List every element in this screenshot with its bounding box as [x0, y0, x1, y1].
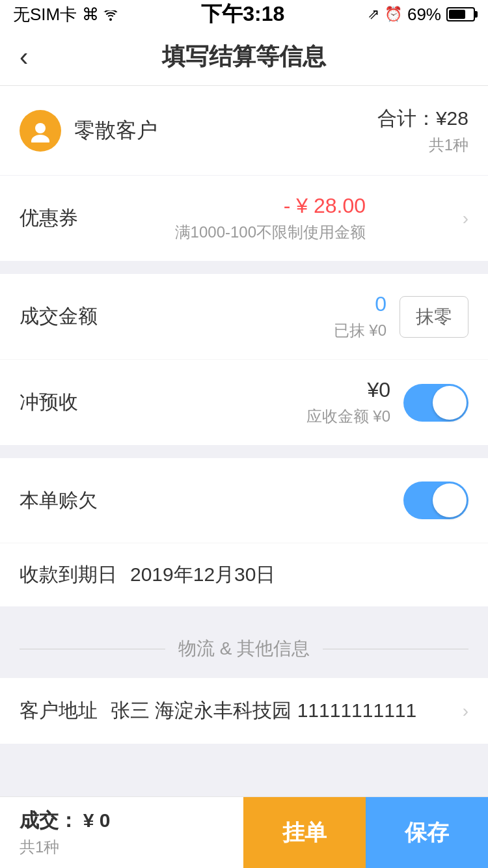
hold-button[interactable]: 挂单 — [243, 797, 366, 869]
bottom-summary-top: 成交： ¥ 0 — [20, 807, 224, 834]
no-sim-text: 无SIM卡 — [13, 3, 77, 26]
credit-toggle[interactable] — [403, 481, 468, 519]
credit-toggle-knob — [433, 483, 467, 517]
credit-section: 本单赊欠 收款到期日 2019年12月30日 — [0, 458, 488, 606]
customer-avatar — [20, 110, 61, 152]
duedate-value: 2019年12月30日 — [130, 562, 275, 588]
bottom-summary: 成交： ¥ 0 共1种 — [0, 807, 243, 858]
coupon-label: 优惠券 — [20, 205, 78, 232]
svg-point-1 — [31, 135, 49, 142]
duedate-row: 收款到期日 2019年12月30日 — [0, 543, 488, 606]
bottom-summary-count: 共1种 — [20, 837, 224, 858]
save-button[interactable]: 保存 — [366, 797, 488, 869]
svg-point-0 — [35, 123, 46, 133]
bottom-summary-value: ¥ 0 — [83, 809, 111, 831]
customer-left: 零散客户 — [20, 110, 157, 152]
alarm-icon: ⏰ — [385, 6, 402, 23]
location-icon: ⇗ — [368, 6, 379, 23]
prepay-toggle[interactable] — [403, 384, 468, 422]
amount-label: 成交金额 — [20, 303, 98, 330]
prepay-label: 冲预收 — [20, 389, 78, 416]
status-right: ⇗ ⏰ 69% — [368, 5, 475, 25]
bottom-summary-label: 成交： — [20, 809, 78, 831]
address-value: 张三 海淀永丰科技园 11111111111 — [111, 698, 463, 724]
status-bar: 无SIM卡 ⌘ 下午3:18 ⇗ ⏰ 69% — [0, 0, 488, 29]
prepay-row: 冲预收 ¥0 应收金额 ¥0 — [0, 360, 488, 445]
battery-icon — [446, 7, 475, 21]
amount-row: 成交金额 0 已抹 ¥0 抹零 — [0, 274, 488, 360]
duedate-label: 收款到期日 — [20, 562, 117, 588]
wifi-icon: ⌘ — [82, 5, 118, 25]
address-section: 客户地址 张三 海淀永丰科技园 11111111111 › — [0, 678, 488, 744]
amount-right: 0 已抹 ¥0 抹零 — [334, 292, 468, 341]
logistics-section-header: 物流 & 其他信息 — [0, 619, 488, 678]
total-count: 共1种 — [377, 135, 468, 156]
nav-bar: ‹ 填写结算等信息 — [0, 29, 488, 86]
header-line-left — [20, 649, 165, 649]
prepay-right: ¥0 应收金额 ¥0 — [306, 378, 468, 427]
status-left: 无SIM卡 ⌘ — [13, 3, 118, 26]
total-amount: 合计：¥28 — [377, 105, 468, 132]
status-time: 下午3:18 — [201, 0, 284, 29]
prepay-value: ¥0 — [306, 378, 390, 402]
credit-row: 本单赊欠 — [0, 458, 488, 543]
header-line-right — [323, 649, 468, 649]
chevron-right-icon: › — [463, 208, 468, 229]
logistics-title: 物流 & 其他信息 — [178, 636, 310, 661]
coupon-right: - ¥ 28.00 满1000-100不限制使用金额 — [175, 194, 366, 243]
coupon-discount: - ¥ 28.00 — [175, 194, 366, 218]
battery-percent: 69% — [407, 5, 441, 25]
content-area: 零散客户 合计：¥28 共1种 优惠券 - ¥ 28.00 满1000-100不… — [0, 86, 488, 835]
credit-label: 本单赊欠 — [20, 487, 98, 514]
back-button[interactable]: ‹ — [20, 42, 28, 72]
coupon-description: 满1000-100不限制使用金额 — [175, 222, 366, 243]
toggle-knob — [433, 386, 467, 420]
page-title: 填写结算等信息 — [162, 41, 326, 73]
transaction-section: 成交金额 0 已抹 ¥0 抹零 冲预收 ¥0 应收金额 ¥0 — [0, 274, 488, 445]
address-row[interactable]: 客户地址 张三 海淀永丰科技园 11111111111 › — [0, 678, 488, 744]
address-chevron-icon: › — [463, 701, 468, 722]
address-label: 客户地址 — [20, 698, 98, 724]
amount-sub-text: 已抹 ¥0 — [334, 320, 386, 341]
bottom-bar: 成交： ¥ 0 共1种 挂单 保存 — [0, 796, 488, 868]
prepay-sub-text: 应收金额 ¥0 — [306, 406, 390, 427]
customer-name: 零散客户 — [74, 116, 157, 145]
coupon-row[interactable]: 优惠券 - ¥ 28.00 满1000-100不限制使用金额 › — [0, 175, 488, 261]
customer-right: 合计：¥28 共1种 — [377, 105, 468, 156]
amount-value[interactable]: 0 — [334, 292, 386, 316]
customer-section: 零散客户 合计：¥28 共1种 优惠券 - ¥ 28.00 满1000-100不… — [0, 86, 488, 261]
round-button[interactable]: 抹零 — [400, 296, 468, 338]
customer-row: 零散客户 合计：¥28 共1种 — [0, 86, 488, 175]
